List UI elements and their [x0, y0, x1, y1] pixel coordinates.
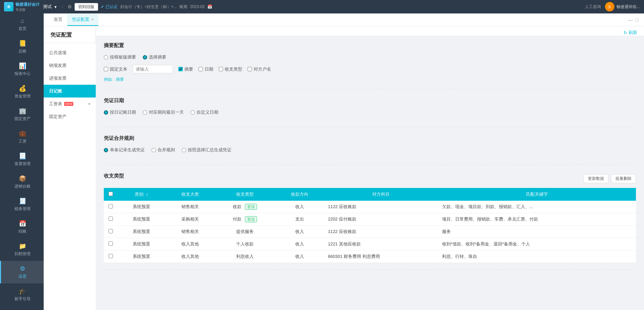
date-radio-custom-input[interactable] — [190, 110, 195, 115]
summary-radio-template[interactable]: 按模板版摘要 — [104, 54, 136, 60]
summary-checkbox-label[interactable]: 摘要 — [178, 66, 193, 72]
fixed-text-input[interactable] — [133, 65, 173, 73]
row-keywords-3: 服务 — [438, 226, 636, 238]
sidebar-item-assets[interactable]: 🏢 固定资产 — [0, 103, 44, 126]
top-badge-1: 置顶 — [245, 204, 257, 210]
row-account-4: 1221 其他应收款 — [324, 238, 438, 250]
page-title: 凭证配置 — [50, 32, 72, 39]
row-keywords-4: 收到*借款、收到*备用金、退回*备用金、个人 — [438, 238, 636, 250]
batch-delete-btn[interactable]: 批量删除 — [611, 174, 636, 183]
row-checkbox-3[interactable] — [104, 226, 117, 238]
counterpart-checkbox-label[interactable]: 对方户名 — [248, 66, 271, 72]
row-checkbox-2[interactable] — [104, 213, 117, 226]
minimize-btn[interactable]: — — [629, 17, 633, 23]
sidebar-item-funds[interactable]: 💰 资金管理 — [0, 81, 44, 103]
sidebar-item-stock[interactable]: 📦 进销台账 — [0, 171, 44, 193]
sidebar-item-invoice[interactable]: 📃 发票管理 — [0, 148, 44, 171]
pay-types-title: 收支类型 — [104, 173, 124, 179]
date-radio-journal[interactable]: 按日记账日期 — [104, 109, 136, 115]
chevron-down-icon: ▾ — [88, 102, 90, 106]
maximize-btn[interactable]: □ — [636, 17, 639, 23]
date-radio-journal-input[interactable] — [104, 110, 108, 115]
counterpart-checkbox[interactable] — [248, 67, 252, 71]
tab-bar: 首页 凭证配置 × — □ — [44, 13, 644, 26]
th-pay-type: 收支类型 — [214, 188, 275, 201]
summary-radio-template-input[interactable] — [104, 55, 108, 60]
row-checkbox-1[interactable] — [104, 201, 117, 213]
test-dropdown[interactable]: ▾ — [54, 4, 57, 9]
sidebar-item-tax[interactable]: 🧾 税务管理 — [0, 193, 44, 216]
sidebar-item-archive-label: 归档管理 — [14, 251, 31, 257]
assets-icon: 🏢 — [19, 107, 26, 115]
left-nav-public[interactable]: 公共选项 — [44, 46, 96, 59]
row-dir-4: 收入 — [275, 238, 324, 250]
summary-radio-select[interactable]: 选择摘要 — [143, 54, 166, 60]
th-keywords: 匹配关键字 — [438, 188, 636, 201]
pay-type-checkbox[interactable] — [219, 67, 223, 71]
left-nav-sales-invoice[interactable]: 销项发票 — [44, 59, 96, 72]
ledger-icon: 📒 — [19, 40, 26, 47]
sidebar-item-member[interactable]: 👑 畅会员 — [0, 306, 44, 310]
row-category-1: 系统预置 — [117, 201, 166, 213]
tab-close-btn[interactable]: × — [91, 17, 94, 22]
sidebar-item-reports-label: 报表中心 — [14, 71, 31, 77]
select-all-checkbox[interactable] — [109, 192, 113, 196]
tab-home[interactable]: 首页 — [49, 14, 67, 26]
table-row: 系统预置 收入其他 利息收入 收入 660301 财务费用 利息费用 利息、行转… — [104, 250, 636, 263]
merge-radio-rules[interactable]: 合并规则 — [152, 147, 175, 153]
sidebar-item-reports[interactable]: 📊 报表中心 — [0, 58, 44, 81]
switch-old-btn[interactable]: 切到旧版 — [75, 3, 98, 11]
user-avatar: 头 — [605, 2, 614, 11]
sidebar-item-home[interactable]: ⌂ 首页 — [0, 13, 44, 36]
settings-icon[interactable]: ⚙ — [68, 4, 72, 9]
date-checkbox-label[interactable]: 日期 — [199, 66, 213, 72]
sidebar-item-salary[interactable]: 💼 工资 — [0, 126, 44, 148]
fixed-text-checkbox[interactable] — [104, 67, 108, 71]
sidebar-item-ledger[interactable]: 📒 总账 — [0, 36, 44, 58]
row-major-4: 收入其他 — [166, 238, 214, 250]
merge-radio-rules-input[interactable] — [152, 148, 156, 152]
date-radio-custom[interactable]: 自定义日期 — [190, 109, 218, 115]
date-radio-last[interactable]: 对应期间最后一天 — [143, 109, 184, 115]
funds-icon: 💰 — [19, 85, 26, 92]
consult-btn[interactable]: 人工咨询 — [585, 4, 601, 10]
merge-radio-single-input[interactable] — [104, 148, 108, 152]
summary-radio-select-input[interactable] — [143, 55, 147, 60]
calendar-icon[interactable]: 📅 — [207, 4, 212, 9]
left-nav-purchase-invoice[interactable]: 进项发票 — [44, 72, 96, 85]
row-major-5: 收入其他 — [166, 250, 214, 263]
add-icon[interactable]: ＋ — [59, 3, 65, 10]
sidebar-item-close[interactable]: 📅 结账 — [0, 216, 44, 238]
row-dir-2: 支出 — [275, 213, 324, 226]
tab-voucher-config[interactable]: 凭证配置 × — [67, 14, 98, 26]
left-nav-journal[interactable]: 日记账 — [44, 85, 96, 98]
left-nav-fixed-assets[interactable]: 固定资产 — [44, 110, 96, 123]
table-row: 系统预置 销售相关 收款 置顶 收入 1122 应收账款 欠款、现金、项目款、到… — [104, 201, 636, 213]
left-nav-payroll[interactable]: 工资表 NEW ▾ — [44, 98, 96, 110]
summary-checkbox[interactable] — [178, 67, 183, 71]
sidebar-item-archive[interactable]: 📁 归档管理 — [0, 238, 44, 261]
row-keywords-5: 利息、行转、珠自 — [438, 250, 636, 263]
date-radio-last-input[interactable] — [143, 110, 147, 115]
row-dir-5: 收入 — [275, 250, 324, 263]
merge-radio-total[interactable]: 按照选择汇总生成凭证 — [182, 147, 231, 153]
date-checkbox[interactable] — [199, 67, 203, 71]
pay-type-checkbox-label[interactable]: 收支类型 — [219, 66, 242, 72]
update-data-btn[interactable]: 更新数据 — [584, 174, 608, 183]
merge-radio-single[interactable]: 单条记录生成凭证 — [104, 147, 145, 153]
merge-radio-total-input[interactable] — [182, 148, 186, 152]
sidebar-item-settings[interactable]: ⚙ 设置 — [0, 261, 44, 283]
row-checkbox-5[interactable] — [104, 250, 117, 263]
tab-actions: — □ — [629, 17, 639, 23]
th-direction: 收款方向 — [275, 188, 324, 201]
row-category-5: 系统预置 — [117, 250, 166, 263]
refresh-btn[interactable]: ↻ 刷新 — [624, 30, 637, 36]
fixed-text-label[interactable]: 固定文本 — [104, 66, 127, 72]
sidebar-item-guide[interactable]: 🎓 新手引导 — [0, 283, 44, 306]
sort-icon[interactable]: ↕ — [146, 192, 148, 197]
sidebar-item-close-label: 结账 — [18, 229, 27, 234]
tax-icon: 🧾 — [19, 197, 26, 205]
row-checkbox-4[interactable] — [104, 238, 117, 250]
table-row: 系统预置 收入其他 个人收款 收入 1221 其他应收款 收到*借款、收到*备用… — [104, 238, 636, 250]
test-label: 测试 — [43, 4, 52, 10]
